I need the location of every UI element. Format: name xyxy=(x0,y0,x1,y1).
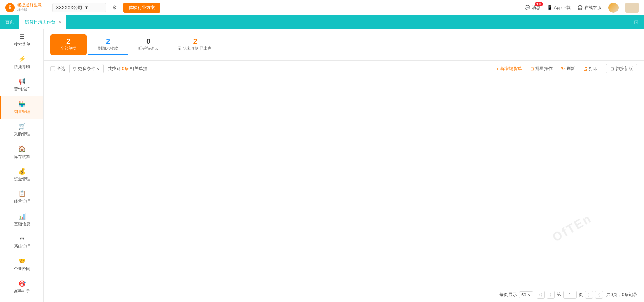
app-download-btn[interactable]: 📱 App下载 xyxy=(547,5,571,11)
sidebar-item-label: 新手引导 xyxy=(14,289,30,294)
switch-label: 切换新版 xyxy=(615,66,633,72)
experience-btn[interactable]: 体验行业方案 xyxy=(123,3,160,13)
sidebar-item-label: 库存核算 xyxy=(14,154,30,160)
user-dropdown[interactable] xyxy=(625,3,639,13)
refresh-label: 刷新 xyxy=(566,66,575,72)
sidebar-item-label: 基础信息 xyxy=(14,221,30,227)
sidebar-item-label: 搜索菜单 xyxy=(14,42,30,47)
company-name: XXXXXX公司 xyxy=(56,5,82,11)
settings-icon[interactable]: ⚙ xyxy=(109,2,120,13)
tab-close-icon[interactable]: × xyxy=(59,20,61,24)
cooperation-icon: 🤝 xyxy=(18,257,26,265)
print-label: 打印 xyxy=(589,66,598,72)
first-page-btn[interactable]: ⟨⟨ xyxy=(537,291,545,299)
app-download-icon: 📱 xyxy=(547,5,552,10)
messages-btn[interactable]: 💬 消息 99+ xyxy=(525,5,540,11)
filter-icon: ▽ xyxy=(73,66,76,71)
select-all-checkbox[interactable]: 全选 xyxy=(50,66,65,72)
page-label-prefix: 第 xyxy=(557,292,561,298)
refresh-btn[interactable]: ↻ 刷新 xyxy=(561,66,575,72)
tab-workbench-label: 钱货日清工作台 xyxy=(25,19,55,25)
purchase-icon: 🛒 xyxy=(18,123,26,130)
sidebar-item-marketing[interactable]: 📢 营销推广 xyxy=(0,74,43,96)
found-text: 共找到 0条 相关单据 xyxy=(108,66,147,72)
header-right: 💬 消息 99+ 📱 App下载 🎧 在线客服 xyxy=(525,3,639,13)
sidebar-item-label: 销售管理 xyxy=(14,109,30,115)
add-sale-btn[interactable]: + 新增销货单 xyxy=(496,66,522,72)
tab-workbench[interactable]: 钱货日清工作台 × xyxy=(19,15,66,29)
sidebar-item-label: 营销推广 xyxy=(14,86,30,92)
company-selector[interactable]: XXXXXX公司 ▼ xyxy=(52,3,106,12)
print-btn[interactable]: 🖨 打印 xyxy=(583,66,598,72)
message-icon: 💬 xyxy=(525,5,530,10)
avatar-image xyxy=(608,3,619,13)
batch-btn[interactable]: ⊞ 批量操作 xyxy=(530,66,553,72)
refresh-icon: ↻ xyxy=(561,66,565,71)
switch-icon: ⊡ xyxy=(610,66,614,71)
stat-card-wangpu[interactable]: 0 旺铺待确认 xyxy=(128,34,168,55)
page-size-selector: 每页显示 50 ∨ xyxy=(499,291,533,298)
found-prefix: 共找到 xyxy=(108,66,121,71)
tab-home[interactable]: 首页 xyxy=(0,15,19,29)
sidebar-item-label: 系统管理 xyxy=(14,244,30,249)
sidebar-item-operations[interactable]: 📋 经营管理 xyxy=(0,186,43,208)
stat-number-all: 2 xyxy=(66,37,70,46)
add-icon: + xyxy=(496,66,499,71)
sidebar-item-finance[interactable]: 💰 资金管理 xyxy=(0,164,43,186)
divider-3 xyxy=(579,66,579,71)
service-icon: 🎧 xyxy=(577,5,583,10)
page-size-label: 每页显示 xyxy=(499,292,517,298)
sidebar-item-label: 资金管理 xyxy=(14,176,30,182)
stat-label-all: 全部单据 xyxy=(60,46,76,51)
page-input[interactable] xyxy=(563,291,577,299)
tab-home-label: 首页 xyxy=(5,19,14,25)
batch-label: 批量操作 xyxy=(535,66,553,72)
sidebar-item-system[interactable]: ⚙ 系统管理 xyxy=(0,231,43,253)
found-suffix: 相关单据 xyxy=(130,66,147,71)
divider-1 xyxy=(526,66,526,71)
sidebar-item-app-center[interactable]: 📦 应用中心 xyxy=(0,298,43,302)
system-icon: ⚙ xyxy=(19,235,25,242)
stat-card-shipped[interactable]: 2 到期未收款 已出库 xyxy=(168,34,222,55)
page-size-select[interactable]: 50 ∨ xyxy=(519,291,533,298)
total-label: 共0页，0条记录 xyxy=(606,292,637,298)
main-content: 2 全部单据 2 到期未收款 0 旺铺待确认 2 到期未收款 已出库 全选 xyxy=(44,29,644,302)
last-page-btn[interactable]: ⟩⟩ xyxy=(595,291,603,299)
stat-label-shipped: 到期未收款 已出库 xyxy=(178,46,212,51)
checkbox-input[interactable] xyxy=(50,66,55,71)
sidebar-item-inventory[interactable]: 🏠 库存核算 xyxy=(0,141,43,164)
toolbar-right: + 新增销货单 ⊞ 批量操作 ↻ 刷新 🖨 打印 xyxy=(496,64,637,73)
filter-btn[interactable]: ▽ 更多条件 ∨ xyxy=(69,64,104,73)
page-label: 页 xyxy=(579,292,583,298)
messages-badge: 99+ xyxy=(535,2,543,6)
sidebar-item-sales[interactable]: 🏪 销售管理 xyxy=(0,96,43,119)
inventory-icon: 🏠 xyxy=(18,145,26,153)
logo-badge: 标准版 xyxy=(17,8,42,12)
page-size-value: 50 xyxy=(521,292,526,297)
stat-card-overdue[interactable]: 2 到期未收款 xyxy=(88,34,128,55)
next-page-btn[interactable]: ⟩ xyxy=(585,291,593,299)
prev-page-btn[interactable]: ⟨ xyxy=(547,291,555,299)
sidebar-item-guide[interactable]: 🎯 新手引导 xyxy=(0,276,43,298)
online-service-btn[interactable]: 🎧 在线客服 xyxy=(577,5,602,11)
sidebar-item-cooperation[interactable]: 🤝 企业协同 xyxy=(0,253,43,276)
tab-minimize-btn[interactable]: ─ xyxy=(619,17,629,27)
divider-2 xyxy=(557,66,557,71)
avatar[interactable] xyxy=(608,3,619,13)
tab-maximize-btn[interactable]: ⊡ xyxy=(631,17,641,27)
sidebar-item-purchase[interactable]: 🛒 采购管理 xyxy=(0,119,43,141)
tab-bar-actions: ─ ⊡ xyxy=(619,15,644,29)
filter-label: 更多条件 xyxy=(78,66,95,72)
sidebar-item-basic-info[interactable]: 📊 基础信息 xyxy=(0,208,43,231)
app-download-label: App下载 xyxy=(554,5,571,11)
guide-icon: 🎯 xyxy=(18,280,26,287)
stat-card-all[interactable]: 2 全部单据 xyxy=(50,34,87,55)
main-layout: ☰ 搜索菜单 ⚡ 快捷导航 📢 营销推广 🏪 销售管理 🛒 采购管理 🏠 库存核… xyxy=(0,29,644,302)
sidebar-item-quick-nav[interactable]: ⚡ 快捷导航 xyxy=(0,51,43,74)
page-nav: ⟨⟨ ⟨ 第 页 ⟩ ⟩⟩ xyxy=(537,291,603,299)
stat-label-wangpu: 旺铺待确认 xyxy=(138,46,158,51)
sidebar-item-search-menu[interactable]: ☰ 搜索菜单 xyxy=(0,29,43,51)
switch-new-btn[interactable]: ⊡ 切换新版 xyxy=(606,64,637,73)
sidebar-item-label: 经营管理 xyxy=(14,199,30,204)
sidebar-item-label: 快捷导航 xyxy=(14,64,30,70)
